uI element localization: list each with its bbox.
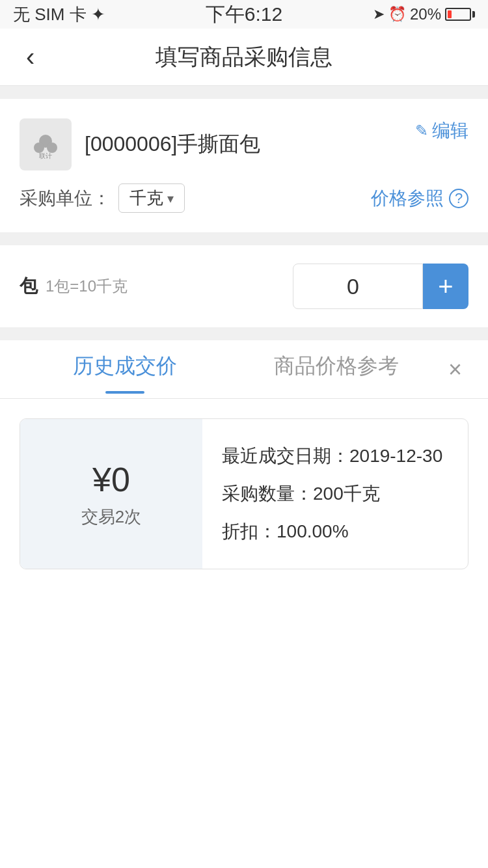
unit-label: 采购单位： [20, 186, 111, 211]
unit-value: 千克 [129, 187, 163, 210]
quantity-input[interactable] [293, 264, 423, 309]
tab-price-reference[interactable]: 商品价格参考 [230, 352, 441, 387]
price-ref-button[interactable]: 价格参照 ? [371, 186, 468, 211]
unit-select[interactable]: 千克 ▾ [118, 183, 185, 213]
price-ref-info-icon: ? [449, 189, 468, 208]
quantity-row: 包 1包=10千克 + [0, 245, 488, 327]
product-left: 联计 [0000006]手撕面包 [20, 118, 260, 170]
svg-text:联计: 联计 [39, 152, 52, 159]
nav-bar: ‹ 填写商品采购信息 [0, 29, 488, 86]
back-button[interactable]: ‹ [20, 36, 41, 78]
plus-icon: + [438, 272, 453, 301]
svg-point-1 [34, 142, 44, 153]
history-card: ¥0 交易2次 最近成交日期：2019-12-30 采购数量：200千克 折扣：… [20, 418, 468, 569]
alarm-icon: ⏰ [388, 6, 406, 23]
svg-point-2 [47, 142, 57, 153]
discount-row: 折扣：100.00% [222, 518, 448, 545]
page-title: 填写商品采购信息 [156, 42, 332, 72]
edit-icon: ✎ [415, 122, 428, 140]
recent-date-row: 最近成交日期：2019-12-30 [222, 442, 448, 470]
history-card-left: ¥0 交易2次 [20, 419, 202, 569]
product-info-row: 采购单位： 千克 ▾ 价格参照 ? [20, 183, 468, 213]
history-price: ¥0 [92, 460, 130, 499]
recent-date-label: 最近成交日期： [222, 446, 349, 466]
tab-history-price[interactable]: 历史成交价 [20, 352, 230, 387]
discount-label: 折扣： [222, 521, 277, 541]
status-time: 下午6:12 [206, 1, 282, 28]
section-divider [0, 232, 488, 245]
close-panel-button[interactable]: × [442, 349, 468, 390]
tabs-bar: 历史成交价 商品价格参考 × [0, 340, 488, 399]
chevron-down-icon: ▾ [167, 191, 174, 206]
price-ref-label: 价格参照 [371, 186, 444, 211]
signal-text: 无 SIM 卡 ✦ [13, 3, 105, 26]
unit-badge: 包 [20, 274, 38, 299]
quantity-plus-button[interactable]: + [423, 264, 468, 309]
purchase-qty-value: 200千克 [313, 483, 380, 504]
battery-indicator [445, 8, 475, 21]
product-header: 联计 [0000006]手撕面包 ✎ 编辑 [20, 118, 468, 170]
status-right: ➤ ⏰ 20% [373, 5, 475, 23]
history-card-right: 最近成交日期：2019-12-30 采购数量：200千克 折扣：100.00% [202, 419, 468, 569]
unit-conversion-note: 1包=10千克 [46, 276, 128, 297]
recent-date-value: 2019-12-30 [349, 446, 442, 466]
product-card: 联计 [0000006]手撕面包 ✎ 编辑 采购单位： 千克 ▾ 价格参照 ? [0, 99, 488, 232]
product-thumbnail: 联计 [20, 118, 72, 170]
quantity-input-wrap: + [293, 264, 468, 309]
history-trades: 交易2次 [81, 506, 141, 528]
history-content: ¥0 交易2次 最近成交日期：2019-12-30 采购数量：200千克 折扣：… [0, 399, 488, 589]
status-left: 无 SIM 卡 ✦ [13, 3, 105, 26]
quantity-label: 包 1包=10千克 [20, 274, 128, 299]
edit-button[interactable]: ✎ 编辑 [415, 118, 468, 143]
purchase-qty-label: 采购数量： [222, 483, 313, 504]
edit-label: 编辑 [432, 118, 468, 143]
product-name: [0000006]手撕面包 [85, 130, 260, 159]
empty-space [0, 589, 488, 868]
unit-row: 采购单位： 千克 ▾ [20, 183, 185, 213]
status-bar: 无 SIM 卡 ✦ 下午6:12 ➤ ⏰ 20% [0, 0, 488, 29]
bottom-panel: 历史成交价 商品价格参考 × ¥0 交易2次 最近成交日期：2019-12-30… [0, 340, 488, 868]
discount-value: 100.00% [277, 521, 349, 541]
battery-percent: 20% [410, 5, 441, 23]
purchase-qty-row: 采购数量：200千克 [222, 480, 448, 508]
location-icon: ➤ [373, 6, 385, 23]
